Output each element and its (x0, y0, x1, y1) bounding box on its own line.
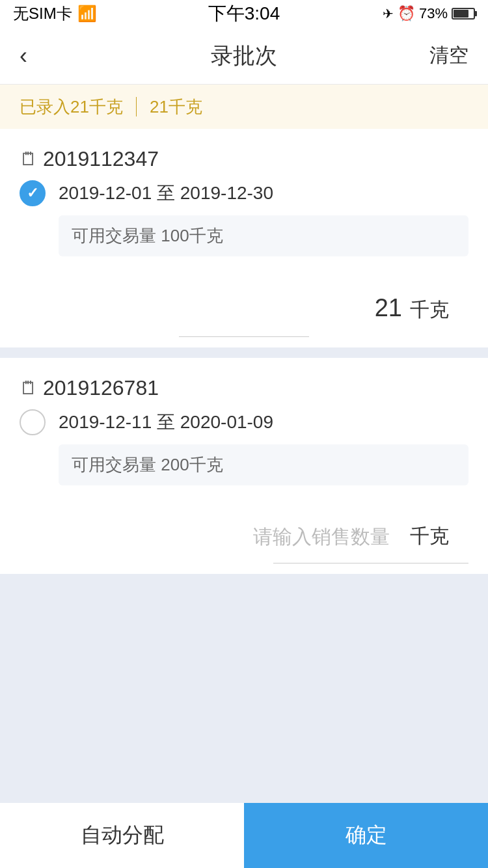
radio-selected-1[interactable] (20, 180, 46, 206)
amount-section-1: 21 千克 (0, 275, 488, 347)
doc-icon-2: 🗒 (20, 377, 38, 399)
carrier-label: 无SIM卡 (13, 3, 72, 24)
status-right: ✈ ⏰ 73% (383, 5, 475, 22)
total-label: 21千克 (150, 96, 202, 118)
date-range-2: 2019-12-11 至 2020-01-09 (59, 410, 273, 435)
amount-underline-1 (179, 336, 309, 337)
availability-box-2: 可用交易量 200千克 (59, 444, 468, 485)
amount-unit-1: 千克 (410, 297, 449, 323)
status-left: 无SIM卡 📶 (13, 3, 97, 24)
clear-button[interactable]: 清空 (429, 42, 468, 69)
battery-icon (452, 8, 475, 20)
underline-wrapper-2 (20, 563, 468, 574)
batch-number-2: 2019126781 (43, 376, 159, 400)
radio-unselected-2[interactable] (20, 409, 46, 435)
doc-icon-1: 🗒 (20, 148, 38, 170)
wifi-icon: 📶 (77, 5, 97, 23)
battery-percent: 73% (419, 5, 448, 22)
qty-unit-2: 千克 (410, 523, 449, 550)
empty-area (0, 574, 488, 834)
input-underline-2 (273, 563, 468, 563)
page-title: 录批次 (211, 41, 277, 71)
nav-bar: ‹ 录批次 清空 (0, 27, 488, 85)
amount-inner-2: 千克 (0, 504, 488, 574)
recorded-label: 已录入21千克 (20, 96, 123, 118)
time-label: 下午3:04 (208, 1, 280, 26)
amount-row-1: 21 千克 (20, 281, 468, 336)
status-bar: 无SIM卡 📶 下午3:04 ✈ ⏰ 73% (0, 0, 488, 27)
alarm-icon: ⏰ (398, 5, 415, 22)
card-header-2: 🗒 2019126781 (20, 376, 468, 400)
amount-inner-1: 21 千克 (0, 275, 488, 347)
batch-card-1: 🗒 2019112347 2019-12-01 至 2019-12-30 可用交… (0, 129, 488, 275)
location-icon: ✈ (383, 6, 394, 21)
batch-card-2: 🗒 2019126781 2019-12-11 至 2020-01-09 可用交… (0, 358, 488, 504)
auto-distribute-button[interactable]: 自动分配 (0, 803, 244, 868)
amount-section-2: 千克 (0, 504, 488, 574)
card-row-1[interactable]: 2019-12-01 至 2019-12-30 (20, 180, 468, 206)
input-row-2[interactable]: 千克 (20, 510, 468, 563)
section-divider (0, 347, 488, 358)
bottom-bar: 自动分配 确定 (0, 803, 488, 868)
date-range-1: 2019-12-01 至 2019-12-30 (59, 181, 273, 206)
card-row-2[interactable]: 2019-12-11 至 2020-01-09 (20, 409, 468, 435)
card-header-1: 🗒 2019112347 (20, 147, 468, 171)
qty-input-2[interactable] (204, 526, 400, 548)
batch-number-1: 2019112347 (43, 147, 159, 171)
back-button[interactable]: ‹ (20, 42, 59, 70)
info-divider (136, 97, 137, 116)
underline-wrapper-1 (20, 336, 468, 347)
availability-box-1: 可用交易量 100千克 (59, 215, 468, 256)
amount-value-1: 21 (375, 294, 402, 322)
info-banner: 已录入21千克 21千克 (0, 85, 488, 129)
confirm-button[interactable]: 确定 (244, 803, 488, 868)
